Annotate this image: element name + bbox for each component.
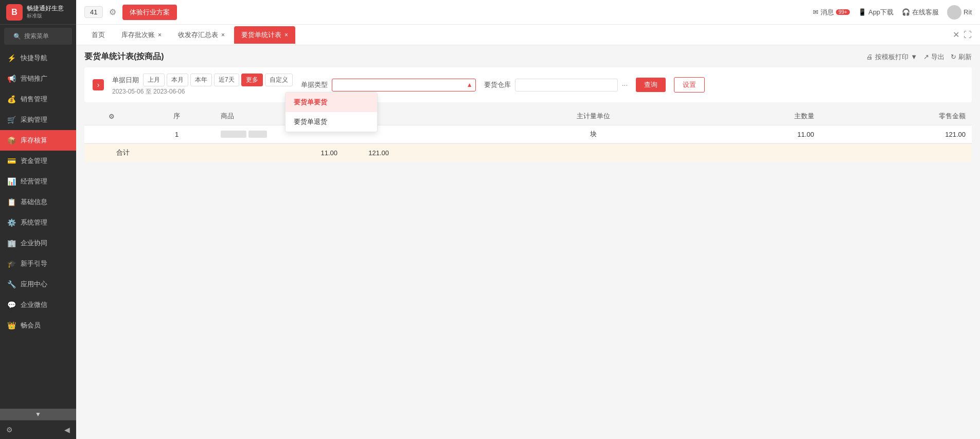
basic-info-icon: 📋 <box>6 197 16 207</box>
table-wrapper: ⚙ 序 商品 主计量单位 主数量 零售金额 1 <box>84 107 972 143</box>
header-left: 41 ⚙ 体验行业方案 <box>84 5 177 20</box>
service-icon: 🎧 <box>902 8 910 16</box>
table-footer: 合计 11.00 121.00 <box>84 143 972 161</box>
user-menu[interactable]: Rit <box>947 5 972 20</box>
messages-badge: 99+ <box>836 9 850 15</box>
th-unit: 主计量单位 <box>518 107 669 125</box>
th-qty: 主数量 <box>669 107 820 125</box>
online-service-label: 在线客服 <box>912 8 939 17</box>
sidebar-item-sales[interactable]: 💰 销售管理 <box>0 89 76 109</box>
app-subtitle: 标准版 <box>27 12 64 20</box>
warehouse-input[interactable] <box>515 79 618 92</box>
tab-order-stats-label: 要货单统计表 <box>241 30 281 40</box>
date-btn-last-7days[interactable]: 近7天 <box>214 74 239 86</box>
date-btn-this-month[interactable]: 本月 <box>167 74 188 86</box>
app-download-button[interactable]: 📱 App下载 <box>858 8 894 17</box>
sidebar-item-purchase[interactable]: 🛒 采购管理 <box>0 109 76 130</box>
online-service-button[interactable]: 🎧 在线客服 <box>902 8 939 17</box>
sidebar-item-member[interactable]: 👑 畅会员 <box>0 315 76 336</box>
sidebar-item-guide[interactable]: 🎓 新手引导 <box>0 253 76 274</box>
sidebar-item-quick-nav[interactable]: ⚡ 快捷导航 <box>0 48 76 68</box>
date-filter-label: 单据日期 <box>112 76 139 85</box>
app-download-icon: 📱 <box>858 8 866 16</box>
member-icon: 👑 <box>6 320 16 331</box>
app-logo: B 畅捷通好生意 标准版 <box>0 0 76 25</box>
user-name: Rit <box>964 8 972 16</box>
sidebar-item-marketing[interactable]: 📢 营销推广 <box>0 68 76 89</box>
sidebar-item-label: 应用中心 <box>21 280 47 289</box>
refresh-button[interactable]: ↻ 刷新 <box>951 52 972 62</box>
page-actions: 🖨 按模板打印 ▼ ↗ 导出 ↻ 刷新 <box>866 52 972 62</box>
date-btn-this-year[interactable]: 本年 <box>190 74 212 86</box>
sidebar-item-wechat[interactable]: 💬 企业微信 <box>0 295 76 315</box>
sidebar-item-system[interactable]: ⚙️ 系统管理 <box>0 212 76 233</box>
tab-batch-account[interactable]: 库存批次账 × <box>114 26 169 44</box>
dropdown-item-order-return[interactable]: 要货单退货 <box>286 112 377 132</box>
tab-batch-account-label: 库存批次账 <box>121 30 155 40</box>
td-qty: 11.00 <box>669 125 820 143</box>
filter-section: › 单据日期 上月 本月 本年 近7天 更多 自定义 2023-05-0 <box>84 67 972 102</box>
sidebar-nav: ⚡ 快捷导航 📢 营销推广 💰 销售管理 🛒 采购管理 📦 库存核算 💳 资金管… <box>0 48 76 409</box>
sidebar-item-enterprise[interactable]: 🏢 企业协同 <box>0 233 76 253</box>
tab-batch-account-close[interactable]: × <box>158 31 162 39</box>
settings-footer-icon[interactable]: ⚙ <box>6 426 13 434</box>
table-section: ⚙ 序 商品 主计量单位 主数量 零售金额 1 <box>84 107 972 161</box>
print-template-button[interactable]: 🖨 按模板打印 ▼ <box>866 52 917 62</box>
warehouse-more-icon[interactable]: ··· <box>622 81 628 89</box>
date-buttons: 上月 本月 本年 近7天 更多 自定义 <box>143 74 293 86</box>
sidebar-item-label: 系统管理 <box>21 218 47 227</box>
settings-button[interactable]: 设置 <box>674 77 705 93</box>
sidebar-item-label: 销售管理 <box>21 95 47 104</box>
dropdown-item-order-goods[interactable]: 要货单要货 <box>286 93 377 112</box>
td-unit: 块 <box>518 125 669 143</box>
sidebar-item-finance[interactable]: 💳 资金管理 <box>0 151 76 171</box>
purchase-icon: 🛒 <box>6 115 16 125</box>
app-center-icon: 🔧 <box>6 279 16 289</box>
footer-label: 合计 <box>91 148 235 157</box>
data-table: ⚙ 序 商品 主计量单位 主数量 零售金额 1 <box>84 107 972 143</box>
app-title: 畅捷通好生意 <box>27 5 64 13</box>
sidebar-item-inventory[interactable]: 📦 库存核算 <box>0 130 76 151</box>
tab-order-stats-close[interactable]: × <box>284 31 288 39</box>
type-select-input[interactable] <box>332 79 476 92</box>
query-button[interactable]: 查询 <box>636 78 666 92</box>
export-button[interactable]: ↗ 导出 <box>923 52 945 62</box>
close-all-tabs-icon[interactable]: ✕ <box>953 30 959 40</box>
date-btn-custom[interactable]: 自定义 <box>265 74 293 86</box>
th-settings[interactable]: ⚙ <box>84 107 139 125</box>
messages-button[interactable]: ✉ 消息 99+ <box>813 8 850 17</box>
app-download-label: App下载 <box>868 8 894 17</box>
footer-qty: 11.00 <box>286 149 337 157</box>
sidebar-item-label: 畅会员 <box>21 321 41 330</box>
wechat-icon: 💬 <box>6 300 16 310</box>
tab-home-label: 首页 <box>92 30 105 40</box>
sidebar-item-basic-info[interactable]: 📋 基础信息 <box>0 192 76 212</box>
date-btn-last-month[interactable]: 上月 <box>143 74 165 86</box>
tab-order-stats[interactable]: 要货单统计表 × <box>234 26 295 44</box>
sidebar-item-label: 企业微信 <box>21 300 47 309</box>
header-settings-icon[interactable]: ⚙ <box>109 7 116 17</box>
filter-toggle-button[interactable]: › <box>93 79 104 90</box>
td-amount: 121.00 <box>821 125 972 143</box>
top-header: 41 ⚙ 体验行业方案 ✉ 消息 99+ 📱 App下载 🎧 在线客服 Rit <box>76 0 980 25</box>
type-dropdown: 要货单要货 要货单退货 <box>285 92 378 132</box>
date-btn-more[interactable]: 更多 <box>241 74 263 86</box>
tab-bar: 首页 库存批次账 × 收发存汇总表 × 要货单统计表 × ✕ ⛶ <box>76 25 980 45</box>
warehouse-filter-label: 要货仓库 <box>484 80 511 89</box>
date-filter-group: 单据日期 上月 本月 本年 近7天 更多 自定义 2023-05-06 至 20… <box>112 74 293 96</box>
logo-icon: B <box>6 4 23 21</box>
tab-home[interactable]: 首页 <box>84 26 112 44</box>
collapse-sidebar-icon[interactable]: ◀ <box>64 426 70 434</box>
expand-tabs-icon[interactable]: ⛶ <box>964 30 972 40</box>
tab-count: 41 <box>84 6 103 18</box>
sidebar-item-app-center[interactable]: 🔧 应用中心 <box>0 274 76 295</box>
system-icon: ⚙️ <box>6 217 16 228</box>
sidebar-scroll-down[interactable]: ▼ <box>0 409 76 420</box>
tab-collect-summary[interactable]: 收发存汇总表 × <box>171 26 232 44</box>
tab-collect-summary-close[interactable]: × <box>221 31 225 39</box>
type-select-arrow[interactable]: ▲ <box>467 81 473 88</box>
print-template-label: 按模板打印 <box>875 52 908 62</box>
sidebar-item-operations[interactable]: 📊 经营管理 <box>0 171 76 192</box>
trial-button[interactable]: 体验行业方案 <box>122 5 177 20</box>
search-menu[interactable]: 🔍 搜索菜单 <box>4 28 72 45</box>
